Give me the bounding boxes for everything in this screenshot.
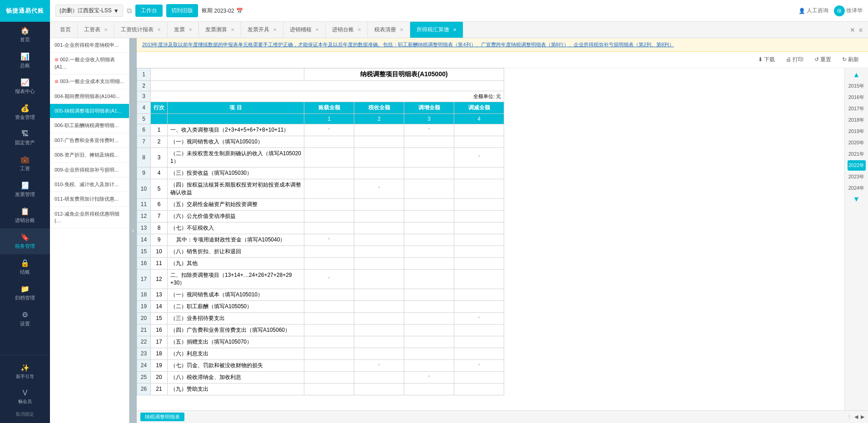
tab-tax-clear-close[interactable]: ✕: [400, 27, 403, 32]
sidebar-item-settings[interactable]: ⚙ 设置: [0, 306, 50, 332]
col-sub-2: 2: [354, 113, 404, 124]
left-panel-item-001[interactable]: 001-企业所得税年度纳税申...: [50, 38, 129, 53]
left-panel-item-007[interactable]: 007-广告费和业务宣传费时...: [50, 133, 129, 148]
sidebar: 畅捷通易代账 🏠 首页 📊 总账 📈 报表中心 💰 资金管理 🏗 固定资产 💼 …: [0, 0, 50, 423]
tab-purchase-ledger[interactable]: 进销台账 ✕: [326, 22, 368, 38]
guide-icon: ✨: [20, 364, 30, 372]
year-2022[interactable]: 2022年: [848, 160, 866, 171]
sheet-tab[interactable]: 纳税调整明细表: [140, 413, 184, 421]
year-2016[interactable]: 2016年: [848, 92, 866, 103]
scroll-left-icon[interactable]: ◀: [854, 414, 858, 420]
tab-salary-report-close[interactable]: ✕: [157, 27, 161, 32]
col-header-c3: 调增全额: [404, 102, 454, 113]
row-num: 4: [137, 102, 151, 113]
print-button[interactable]: 🖨 打印: [782, 54, 807, 65]
table-row: 15 10 （八）销售折扣、折让和退回: [137, 246, 504, 257]
tab-home[interactable]: 首页: [54, 22, 78, 38]
sidebar-item-tax[interactable]: 🔖 税务管理: [0, 228, 50, 254]
sidebar-item-closing[interactable]: 🔒 结账: [0, 254, 50, 280]
sidebar-item-reports[interactable]: 📈 报表中心: [0, 74, 50, 99]
tab-purchase-tax-close[interactable]: ✕: [315, 27, 319, 32]
general-icon: 📊: [20, 52, 30, 61]
download-button[interactable]: ⬇ 下载: [754, 54, 779, 65]
sidebar-logo: 畅捷通易代账: [0, 0, 50, 22]
sidebar-item-assets[interactable]: 💰 资金管理: [0, 99, 50, 125]
reset-button[interactable]: ↺ 重置: [811, 54, 835, 65]
tab-invoice-calc-close[interactable]: ✕: [231, 27, 234, 32]
scroll-right-icon[interactable]: ▶: [861, 414, 864, 420]
sidebar-item-member[interactable]: V 畅会员: [0, 384, 50, 409]
year-2020[interactable]: 2020年: [848, 138, 866, 148]
year-2015[interactable]: 2015年: [848, 81, 866, 91]
tab-invoice-close[interactable]: ✕: [188, 27, 192, 32]
right-content: 2019年度涉及取以前年度继续数据的申报表单元格需要手工维护正确，才能保证本年及…: [137, 38, 868, 423]
sidebar-item-guide[interactable]: ✨ 新手引导: [0, 359, 50, 384]
print-label: 打印: [793, 56, 804, 64]
tab-income-tax-close[interactable]: ✕: [453, 27, 456, 32]
left-panel-item-006[interactable]: 006-职工薪酬纳税调整明细...: [50, 118, 129, 133]
sidebar-item-invoice[interactable]: 🧾 发票管理: [0, 177, 50, 202]
year-down-arrow[interactable]: ▼: [852, 194, 861, 204]
sidebar-item-fixed-assets[interactable]: 🏗 固定资产: [0, 125, 50, 151]
calendar-icon[interactable]: 📅: [236, 8, 243, 14]
sidebar-item-archive[interactable]: 📁 归档管理: [0, 280, 50, 306]
table-row: 6 1 一、收入类调整项目（2+3+4+5+6+7+8+10+11） * *: [137, 124, 504, 136]
tab-invoice-calc[interactable]: 发票测算 ✕: [199, 22, 241, 38]
left-panel-item-008[interactable]: 008-资产折旧、摊销及纳税...: [50, 148, 129, 162]
tab-income-tax[interactable]: 所得税汇算缴 ✕: [410, 22, 463, 38]
left-panel-item-003[interactable]: ⊗003-一般企业成本支出明细...: [50, 74, 129, 89]
year-2023[interactable]: 2023年: [848, 172, 866, 182]
table-row: 21 16 （四）广告费和业务宣传费支出（填写A105060）: [137, 324, 504, 336]
left-panel-item-004[interactable]: 004-期间费用明细表(A1040...: [50, 89, 129, 104]
switch-version-button[interactable]: 切到旧版: [166, 4, 198, 17]
tab-invoice-open-close[interactable]: ✕: [273, 27, 277, 32]
year-up-arrow[interactable]: ▲: [852, 70, 861, 80]
year-2017[interactable]: 2017年: [848, 103, 866, 114]
year-2021[interactable]: 2021年: [848, 149, 866, 159]
table-row: 13 8 （七）不征税收入: [137, 222, 504, 234]
reports-icon: 📈: [20, 78, 30, 87]
collapse-button[interactable]: ‹: [129, 38, 137, 423]
tab-invoice-open[interactable]: 发票开具 ✕: [241, 22, 283, 38]
col-header-item: 项 目: [168, 102, 304, 113]
tab-salary-close[interactable]: ✕: [104, 27, 108, 32]
company-selector[interactable]: (勿删）江西股宝-LSS ▼: [55, 5, 123, 17]
year-2019[interactable]: 2019年: [848, 126, 866, 137]
year-2018[interactable]: 2018年: [848, 115, 866, 125]
col-header-rownum: 行次: [151, 102, 168, 113]
left-panel-item-012[interactable]: 012-减免企业所得税优惠明细(…: [50, 207, 129, 229]
more-tabs-icon[interactable]: ≡: [859, 26, 863, 34]
close-all-icon[interactable]: ✕: [850, 26, 855, 34]
refresh-button[interactable]: ↻ 刷新: [838, 54, 863, 65]
left-panel-item-011[interactable]: 011-研发费用加计扣除优惠...: [50, 192, 129, 207]
tab-purchase-tax[interactable]: 进销稽核 ✕: [283, 22, 326, 38]
unpin-label[interactable]: 取消固定: [0, 409, 50, 419]
left-panel-item-002[interactable]: ⊗002-一般企业收入明细表(A1...: [50, 53, 129, 74]
toolbar: ⬇ 下载 🖨 打印 ↺ 重置 ↻ 刷新: [137, 52, 868, 68]
tab-tax-clear[interactable]: 税表清册 ✕: [368, 22, 410, 38]
tab-invoice[interactable]: 发票 ✕: [168, 22, 199, 38]
nav-tabs: 首页 工资表 ✕ 工资统计报表 ✕ 发票 ✕ 发票测算 ✕ 发票开具 ✕ 进销稽…: [50, 22, 868, 38]
left-panel-item-010[interactable]: 010-免税、减计收入及加计...: [50, 177, 129, 192]
year-2024[interactable]: 2024年: [848, 183, 866, 193]
copy-icon[interactable]: ⧉: [127, 7, 132, 15]
sidebar-item-ledger[interactable]: 📋 进销台账: [0, 202, 50, 228]
sidebar-item-label: 畅会员: [18, 398, 32, 405]
tab-salary[interactable]: 工资表 ✕: [78, 22, 114, 38]
user-avatar[interactable]: 徐 徐泽华: [834, 5, 863, 16]
left-panel-item-005[interactable]: 005-纳税调整项目明细表(A1...: [50, 104, 129, 118]
tab-purchase-ledger-close[interactable]: ✕: [357, 27, 361, 32]
workspace-button[interactable]: 工作台: [135, 5, 163, 17]
table-row: 14 9 其中：专项用途财政性资金（填写A105040） *: [137, 234, 504, 246]
sidebar-item-home[interactable]: 🏠 首页: [0, 22, 50, 48]
ledger-icon: 📋: [20, 207, 30, 216]
support-btn[interactable]: 👤 人工咨询: [799, 7, 828, 15]
sidebar-item-salary[interactable]: 💼 工资: [0, 151, 50, 177]
left-panel-item-009[interactable]: 009-企业所得税弥补亏损明...: [50, 163, 129, 177]
bottom-right: ⋮ ◀ ▶: [847, 414, 864, 420]
sidebar-item-general[interactable]: 📊 总账: [0, 48, 50, 74]
table-scroll[interactable]: 1 纳税调整项目明细表(A105000) 2 3: [137, 68, 844, 411]
tab-salary-report[interactable]: 工资统计报表 ✕: [114, 22, 168, 38]
user-name: 徐泽华: [846, 7, 863, 15]
col-sub-3: 3: [404, 113, 454, 124]
